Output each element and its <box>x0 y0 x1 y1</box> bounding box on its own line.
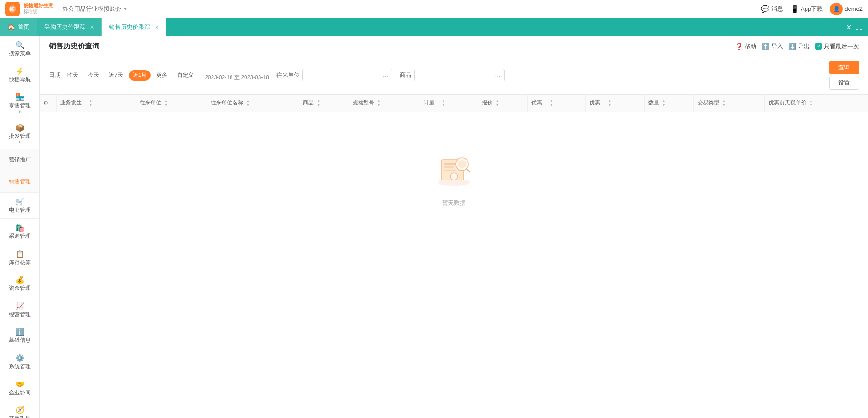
th-counterparty-name[interactable]: 往来单位名称 ▲▼ <box>207 95 299 112</box>
tab-purchase-history-close[interactable]: ✕ <box>90 24 94 30</box>
table-container: ⚙ 业务发生... ▲▼ 往来单位 ▲▼ 往来单位名称 ▲▼ <box>40 95 868 418</box>
industry-selector[interactable]: 办公用品行业模拟账套 ▼ <box>62 5 127 13</box>
th-quantity[interactable]: 数量 ▲▼ <box>644 95 693 112</box>
page-title: 销售历史价查询 <box>49 42 99 51</box>
wholesale-icon: 📦 <box>15 124 24 132</box>
coop-icon: 🤝 <box>15 380 24 389</box>
th-counterparty-code-label: 往来单位 <box>140 100 161 106</box>
gear-icon[interactable]: ⚙ <box>43 100 48 106</box>
date-pill-7days[interactable]: 近7天 <box>105 70 127 81</box>
counterparty-input-wrapper[interactable]: ... <box>302 69 392 81</box>
goods-dots-icon[interactable]: ... <box>494 71 500 79</box>
date-pill-yesterday[interactable]: 昨天 <box>63 70 82 81</box>
th-unit[interactable]: 计量... ▲▼ <box>420 95 478 112</box>
guide-icon: 🧭 <box>15 406 24 414</box>
sort-icon-goods: ▲▼ <box>317 99 321 107</box>
user-profile[interactable]: 👤 demo2 <box>830 3 863 15</box>
sidebar-item-enterprise-coop[interactable]: 🤝 企业协同 <box>0 375 39 401</box>
date-range-text: 2023-02-18 至 2023-03-18 <box>205 74 269 81</box>
help-button[interactable]: ❓ 帮助 <box>735 43 756 51</box>
sidebar-label-coop: 企业协同 <box>9 390 31 397</box>
th-quoted-price[interactable]: 报价 ▲▼ <box>478 95 527 112</box>
svg-point-8 <box>458 160 466 168</box>
sidebar-item-system-mgmt[interactable]: ⚙️ 系统管理 <box>0 349 39 375</box>
dropdown-arrow-icon[interactable]: ▼ <box>123 6 127 11</box>
only-last-label: 只看最后一次 <box>824 43 859 51</box>
message-label: 消息 <box>771 5 783 13</box>
message-button[interactable]: 💬 消息 <box>761 5 783 13</box>
tab-spacer <box>166 18 840 36</box>
sidebar-item-retail-mgmt[interactable]: 🏪 零售管理 ▼ <box>0 88 39 119</box>
sort-icon-counterparty-code: ▲▼ <box>165 99 168 107</box>
th-goods[interactable]: 商品 ▲▼ <box>299 95 349 112</box>
tab-bar: 🏠 首页 采购历史价跟踪 ✕ 销售历史价跟踪 ✕ ✕ ⛶ <box>0 18 868 36</box>
sidebar-item-search-menu[interactable]: 🔍 搜索菜单 <box>0 36 39 62</box>
query-button[interactable]: 查询 <box>829 61 859 74</box>
sidebar-item-business-mgmt[interactable]: 📈 经营管理 <box>0 297 39 323</box>
date-pill-more[interactable]: 更多 <box>152 70 171 81</box>
sidebar-item-purchase-mgmt[interactable]: 🛍️ 采购管理 <box>0 219 39 245</box>
th-discount2[interactable]: 优惠... ▲▼ <box>586 95 644 112</box>
sidebar-item-new-guide[interactable]: 🧭 新手引导 <box>0 401 39 418</box>
th-trade-type[interactable]: 交易类型 ▲▼ <box>693 95 764 112</box>
industry-selector-area[interactable]: 办公用品行业模拟账套 ▼ <box>62 5 752 13</box>
th-settings[interactable]: ⚙ <box>40 95 56 112</box>
tab-close-window-button[interactable]: ✕ <box>846 23 852 32</box>
settings-button[interactable]: 设置 <box>829 76 859 90</box>
tab-sales-history[interactable]: 销售历史价跟踪 ✕ <box>102 18 166 36</box>
th-spec[interactable]: 规格型号 ▲▼ <box>349 95 420 112</box>
import-button[interactable]: ⬆️ 导入 <box>762 43 783 51</box>
export-button[interactable]: ⬇️ 导出 <box>788 43 810 51</box>
tab-home-label: 首页 <box>18 23 29 31</box>
th-biz-date-label: 业务发生... <box>60 100 86 106</box>
tab-sales-history-label: 销售历史价跟踪 <box>109 23 150 31</box>
help-icon: ❓ <box>735 43 743 50</box>
only-last-checkbox[interactable]: ✓ 只看最后一次 <box>815 43 859 51</box>
sidebar-section-coop: 🤝 企业协同 <box>0 375 39 402</box>
date-pill-today[interactable]: 今天 <box>84 70 103 81</box>
sidebar-item-marketing[interactable]: 营销推广 <box>0 149 39 171</box>
business-icon: 📈 <box>15 302 24 310</box>
sidebar-section-ecommerce: 🛒 电商管理 <box>0 193 39 219</box>
goods-input[interactable] <box>418 72 494 79</box>
th-discount1-label: 优惠... <box>531 100 547 106</box>
tab-purchase-history[interactable]: 采购历史价跟踪 ✕ <box>37 18 102 36</box>
sidebar-item-quick-nav[interactable]: ⚡ 快捷导航 <box>0 62 39 88</box>
table-header-row: ⚙ 业务发生... ▲▼ 往来单位 ▲▼ 往来单位名称 ▲▼ <box>40 95 868 112</box>
sort-icon-spec: ▲▼ <box>377 99 381 107</box>
tab-sales-history-close[interactable]: ✕ <box>155 24 159 30</box>
th-counterparty-name-label: 往来单位名称 <box>211 100 243 106</box>
export-icon: ⬇️ <box>788 43 796 50</box>
quicknav-icon: ⚡ <box>15 67 24 76</box>
sidebar-section-finance: 💰 资金管理 <box>0 271 39 297</box>
sidebar-item-ecommerce-mgmt[interactable]: 🛒 电商管理 <box>0 193 39 218</box>
date-pill-1month[interactable]: 近1月 <box>129 70 151 81</box>
sidebar-item-sales-mgmt[interactable]: 销售管理 <box>0 171 39 192</box>
ecommerce-icon: 🛒 <box>15 197 24 206</box>
th-spec-label: 规格型号 <box>353 100 374 106</box>
tab-home[interactable]: 🏠 首页 <box>0 18 37 36</box>
counterparty-dots-icon[interactable]: ... <box>382 71 388 79</box>
sidebar-label-retail: 零售管理 <box>9 102 31 109</box>
page-header-actions: ❓ 帮助 ⬆️ 导入 ⬇️ 导出 ✓ 只看最 <box>735 43 859 51</box>
th-unit-label: 计量... <box>424 100 439 106</box>
import-icon: ⬆️ <box>762 43 769 50</box>
sidebar-item-basic-info[interactable]: ℹ️ 基础信息 <box>0 323 39 349</box>
th-discount1[interactable]: 优惠... ▲▼ <box>528 95 586 112</box>
sidebar-item-wholesale-mgmt[interactable]: 📦 批发管理 ▲ <box>0 119 39 149</box>
app-download-label: App下载 <box>801 5 823 13</box>
sort-icon-discount1: ▲▼ <box>550 99 553 107</box>
sidebar-section-search: 🔍 搜索菜单 <box>0 36 39 62</box>
sidebar-item-inventory[interactable]: 📋 库存核算 <box>0 245 39 271</box>
date-pill-custom[interactable]: 自定义 <box>173 70 198 81</box>
sidebar-item-finance-mgmt[interactable]: 💰 资金管理 <box>0 271 39 297</box>
th-biz-date[interactable]: 业务发生... ▲▼ <box>56 95 136 112</box>
counterparty-input[interactable] <box>307 72 382 79</box>
sidebar-label-quicknav: 快捷导航 <box>9 76 31 84</box>
th-counterparty-code[interactable]: 往来单位 ▲▼ <box>136 95 207 112</box>
tab-expand-button[interactable]: ⛶ <box>855 23 863 31</box>
app-download-button[interactable]: 📱 App下载 <box>790 5 823 13</box>
th-pretax-price[interactable]: 优惠前无税单价 ▲▼ <box>764 95 868 112</box>
goods-input-wrapper[interactable]: ... <box>414 69 504 81</box>
th-discount2-label: 优惠... <box>590 100 605 106</box>
